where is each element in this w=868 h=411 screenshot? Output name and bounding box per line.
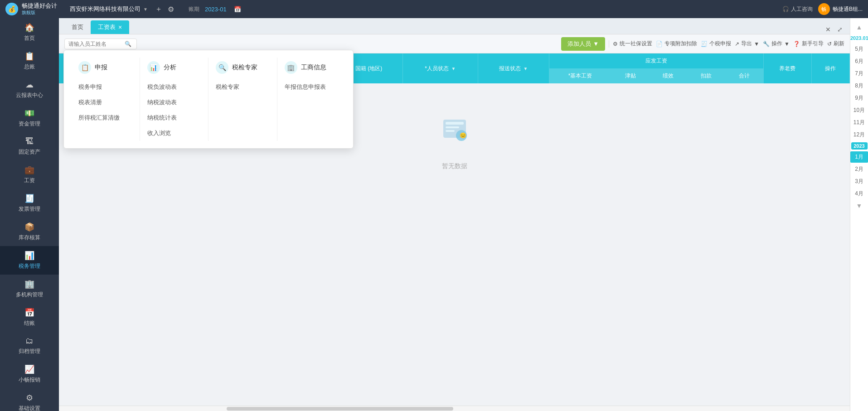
month-9[interactable]: 9月 [850, 92, 868, 104]
sidebar-item-settings[interactable]: ⚙ 基础设置 [0, 388, 59, 411]
export-label: 导出 [741, 40, 752, 48]
operation-label: 操作 [771, 40, 782, 48]
menu-annual-report[interactable]: 年报信息申报表 [285, 79, 339, 95]
archive-icon: 🗂 [25, 336, 34, 346]
month-11[interactable]: 11月 [850, 117, 868, 128]
user-info[interactable]: 畅 畅捷通B组... [818, 3, 863, 15]
company-dropdown-arrow[interactable]: ▼ [143, 7, 148, 12]
window-expand-button[interactable]: ⤢ [835, 25, 844, 34]
menu-tax-declare[interactable]: 税务申报 [78, 79, 132, 95]
month-10[interactable]: 10月 [850, 105, 868, 116]
top-right: 🎧 人工咨询 畅 畅捷通B组... [782, 3, 863, 15]
payroll-group-header: 应发工资 [549, 53, 763, 68]
tab-payroll[interactable]: 工资表 × [91, 20, 129, 34]
sidebar-item-fund[interactable]: 💵 资金管理 [0, 104, 59, 132]
sidebar-label-home: 首页 [24, 34, 35, 42]
avatar-initial: 畅 [821, 6, 826, 13]
inventory-icon: 📦 [24, 222, 34, 232]
menu-tax-check[interactable]: 税检专家 [216, 79, 270, 95]
refresh-action[interactable]: ↺ 刷新 [827, 40, 844, 48]
special-deduction-action[interactable]: 📄 专项附加扣除 [656, 40, 697, 48]
social-security-action[interactable]: ⚙ 统一社保设置 [613, 40, 652, 48]
business-icon: 🏢 [285, 61, 297, 74]
settlement-icon: 📅 [24, 308, 34, 318]
sidebar-item-archive[interactable]: 🗂 归档管理 [0, 332, 59, 360]
logo-area: 💰 畅捷通好会计 旗舰版 [5, 2, 64, 16]
social-security-icon: ⚙ [613, 41, 618, 47]
month-5[interactable]: 5月 [850, 44, 868, 55]
menu-income-browse[interactable]: 收入浏览 [147, 126, 201, 141]
export-action[interactable]: ↗ 导出 ▼ [735, 40, 759, 48]
svg-rect-3 [446, 130, 455, 132]
menu-tax-table[interactable]: 税表清册 [78, 95, 132, 110]
invoice-icon: 🧾 [24, 193, 34, 203]
month-12[interactable]: 12月 [850, 129, 868, 140]
tab-home-label: 首页 [72, 24, 83, 30]
sidebar-item-tax[interactable]: 📊 税务管理 [0, 246, 59, 275]
month-6[interactable]: 6月 [850, 56, 868, 67]
sidebar-item-cloud[interactable]: ☁ 云报表中心 [0, 75, 59, 104]
toolbar-divider-1 [609, 40, 609, 48]
sidebar-label-salary: 工资 [24, 177, 35, 184]
year-2023-label: 2023 [851, 142, 868, 150]
sidebar-item-invoice[interactable]: 🧾 发票管理 [0, 189, 59, 218]
settings-icon: ⚙ [26, 393, 33, 403]
menu-tax-dynamic[interactable]: 纳税波动表 [147, 95, 201, 110]
status-header: *人员状态 ▼ [402, 53, 478, 83]
month-4[interactable]: 4月 [850, 188, 868, 199]
panel-down-arrow[interactable]: ▼ [854, 200, 864, 211]
tax-icon: 📊 [24, 251, 34, 261]
search-input-wrapper[interactable]: 🔍 [64, 39, 137, 49]
menu-tax-stats[interactable]: 纳税统计表 [147, 110, 201, 126]
analysis-icon: 📊 [147, 61, 160, 74]
sidebar-item-report[interactable]: 📈 小畅报销 [0, 360, 59, 388]
tab-bar: 首页 工资表 × ✕ ⤢ [59, 18, 850, 34]
settings-icon-button[interactable]: ⚙ [168, 5, 174, 14]
tax-report-icon: 🧾 [701, 41, 708, 47]
sidebar-label-report: 小畅报销 [19, 376, 40, 384]
sidebar-item-settlement[interactable]: 📅 结账 [0, 303, 59, 332]
sidebar-item-multi[interactable]: 🏢 多机构管理 [0, 275, 59, 303]
company-selector[interactable]: 西安虾米网络科技有限公司 ▼ [70, 5, 148, 13]
sidebar-item-home[interactable]: 🏠 首页 [0, 18, 59, 47]
sidebar-item-salary[interactable]: 💼 工资 [0, 160, 59, 189]
operation-header: 操作 [811, 53, 849, 83]
shenba-icon: 📋 [78, 61, 91, 74]
bottom-scrollbar[interactable] [59, 406, 850, 411]
sidebar-label-ledger: 总账 [24, 63, 35, 71]
tab-payroll-label: 工资表 [98, 23, 116, 31]
report-filter-icon[interactable]: ▼ [523, 66, 528, 71]
add-person-button[interactable]: 添加人员 ▼ [561, 37, 605, 51]
menu-tax-burden[interactable]: 税负波动表 [147, 79, 201, 95]
tab-home[interactable]: 首页 [64, 20, 91, 34]
month-8[interactable]: 8月 [850, 80, 868, 92]
month-1[interactable]: 1月 [850, 151, 868, 163]
sidebar-item-inventory[interactable]: 📦 库存核算 [0, 218, 59, 246]
calendar-icon[interactable]: 📅 [234, 6, 241, 13]
guide-action[interactable]: ❓ 新手引导 [793, 40, 824, 48]
month-2[interactable]: 2月 [850, 164, 868, 175]
service-label: 人工咨询 [791, 5, 813, 13]
operation-icon: 🔧 [763, 41, 770, 47]
expert-icon: 🔍 [216, 61, 228, 74]
sidebar-item-assets[interactable]: 🏗 固定资产 [0, 132, 59, 160]
tax-report-action[interactable]: 🧾 个税申报 [701, 40, 731, 48]
panel-up-arrow[interactable]: ▲ [854, 22, 864, 33]
search-icon: 🔍 [125, 41, 131, 47]
status-filter-icon[interactable]: ▼ [451, 66, 456, 71]
tab-close-button[interactable]: × [118, 24, 122, 31]
service-button[interactable]: 🎧 人工咨询 [782, 5, 813, 13]
category-expert: 🔍 税检专家 [216, 58, 270, 79]
popup-col-shenba: 📋 申报 税务申报 税表清册 所得税汇算清缴 [71, 58, 140, 141]
company-name: 西安虾米网络科技有限公司 [70, 5, 141, 13]
operation-action[interactable]: 🔧 操作 ▼ [763, 40, 790, 48]
search-input[interactable] [68, 41, 123, 47]
window-close-button[interactable]: ✕ [824, 25, 833, 34]
month-3[interactable]: 3月 [850, 176, 868, 187]
add-company-button[interactable]: ＋ [155, 5, 162, 14]
month-7[interactable]: 7月 [850, 68, 868, 79]
sidebar-item-ledger[interactable]: 📋 总账 [0, 47, 59, 75]
menu-income-calc[interactable]: 所得税汇算清缴 [78, 110, 132, 126]
scrollbar-thumb[interactable] [227, 407, 453, 411]
multi-icon: 🏢 [24, 279, 34, 289]
